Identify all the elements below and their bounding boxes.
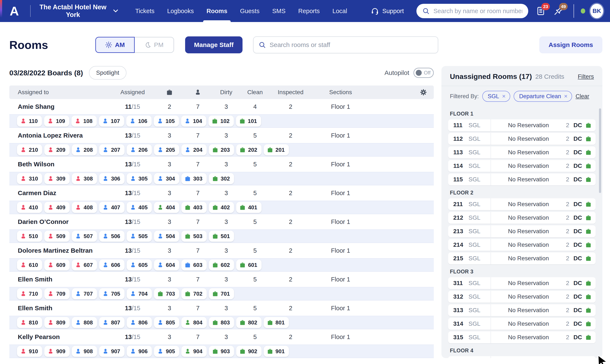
pm-segment[interactable]: PM (135, 37, 174, 53)
room-chip[interactable]: 901 (264, 346, 289, 357)
unassigned-room-row[interactable]: 312SGLNo Reservation2DC (448, 291, 596, 303)
room-chip[interactable]: 308 (72, 173, 97, 184)
hotel-selector[interactable]: The Actabl Hotel New York (36, 3, 118, 19)
room-chip[interactable]: 403 (181, 202, 206, 213)
nav-item-sms[interactable]: SMS (272, 0, 285, 22)
room-chip[interactable]: 101 (236, 116, 261, 127)
room-chip[interactable]: 202 (236, 144, 261, 155)
manage-staff-button[interactable]: Manage Staff (185, 36, 243, 53)
staff-stats-row[interactable]: Dolores Martinez Beltran 13/15 3 7 3 5 2… (9, 243, 434, 258)
room-chip[interactable]: 803 (209, 317, 234, 328)
unassigned-room-row[interactable]: 111SGLNo Reservation2DC (448, 119, 596, 131)
unassigned-room-row[interactable]: 115SGLNo Reservation2DC (448, 173, 596, 185)
unassigned-room-row[interactable]: 213SGLNo Reservation2DC (448, 225, 596, 237)
room-chip[interactable]: 804 (181, 317, 206, 328)
room-chip[interactable]: 603 (181, 260, 206, 271)
room-chip[interactable]: 604 (154, 260, 179, 271)
unassigned-room-row[interactable]: 211SGLNo Reservation2DC (448, 198, 596, 210)
unassigned-room-row[interactable]: 112SGLNo Reservation2DC (448, 133, 596, 145)
room-chip[interactable]: 106 (126, 116, 151, 127)
room-chip[interactable]: 306 (99, 173, 124, 184)
close-icon[interactable]: × (564, 93, 568, 100)
room-chip[interactable]: 701 (209, 288, 234, 299)
room-chip[interactable]: 606 (99, 260, 124, 271)
room-chip[interactable]: 104 (181, 116, 206, 127)
room-chip[interactable]: 709 (44, 288, 69, 299)
support-button[interactable]: Support (371, 7, 404, 15)
filters-link[interactable]: Filters (578, 73, 594, 80)
autopilot-toggle[interactable]: Off (413, 68, 434, 78)
room-chip[interactable]: 405 (127, 202, 152, 213)
staff-stats-row[interactable]: Ellen Smith 13/15 3 7 3 5 2 Floor 1 (9, 300, 434, 316)
room-chip[interactable]: 504 (154, 231, 179, 242)
nav-item-tickets[interactable]: Tickets (135, 0, 154, 22)
room-chip[interactable]: 210 (17, 144, 42, 155)
room-chip[interactable]: 806 (127, 317, 152, 328)
room-chip[interactable]: 410 (17, 202, 42, 213)
room-chip[interactable]: 809 (44, 317, 69, 328)
room-chip[interactable]: 909 (44, 346, 69, 357)
room-chip[interactable]: 408 (72, 202, 97, 213)
room-chip[interactable]: 906 (127, 346, 152, 357)
room-chip[interactable]: 110 (17, 116, 42, 127)
room-chip[interactable]: 305 (127, 173, 152, 184)
room-chip[interactable]: 404 (154, 202, 179, 213)
logbook-notifications-button[interactable]: 23 (536, 5, 546, 17)
unassigned-room-row[interactable]: 215SGLNo Reservation2DC (448, 252, 596, 264)
unassigned-room-row[interactable]: 411SGLNo Reservation2DC (448, 356, 596, 358)
room-chip[interactable]: 205 (154, 144, 179, 155)
room-chip[interactable]: 601 (236, 260, 261, 271)
room-chip[interactable]: 203 (209, 144, 234, 155)
room-chip[interactable]: 705 (99, 288, 124, 299)
nav-item-rooms[interactable]: Rooms (206, 0, 227, 22)
staff-stats-row[interactable]: Antonia Lopez Rivera 13/15 3 7 3 5 2 Flo… (9, 128, 434, 143)
room-chip[interactable]: 302 (209, 173, 234, 184)
room-chip[interactable]: 903 (209, 346, 234, 357)
room-chip[interactable]: 206 (127, 144, 152, 155)
room-chip[interactable]: 109 (44, 116, 69, 127)
room-chip[interactable]: 401 (236, 202, 261, 213)
filter-chip-sgl[interactable]: SGL × (482, 91, 510, 102)
pinned-items-button[interactable]: 49 (553, 5, 563, 17)
staff-stats-row[interactable]: Darien O’Connor 13/15 3 7 3 5 2 Floor 1 (9, 214, 434, 229)
room-chip[interactable]: 905 (154, 346, 179, 357)
room-chip[interactable]: 407 (99, 202, 124, 213)
nav-item-local[interactable]: Local (333, 0, 347, 22)
staff-stats-row[interactable]: Kelly Pearson 13/15 3 7 3 5 2 Floor 1 (9, 329, 434, 345)
room-chip[interactable]: 506 (99, 231, 124, 242)
room-chip[interactable]: 204 (181, 144, 206, 155)
unassigned-room-row[interactable]: 212SGLNo Reservation2DC (448, 212, 596, 224)
room-chip[interactable]: 409 (44, 202, 69, 213)
room-chip[interactable]: 607 (72, 260, 97, 271)
room-chip[interactable]: 910 (17, 346, 42, 357)
room-chip[interactable]: 807 (99, 317, 124, 328)
room-chip[interactable]: 503 (181, 231, 206, 242)
unassigned-room-row[interactable]: 113SGLNo Reservation2DC (448, 146, 596, 158)
room-chip[interactable]: 609 (44, 260, 69, 271)
unassigned-room-row[interactable]: 311SGLNo Reservation2DC (448, 277, 596, 289)
room-chip[interactable]: 108 (71, 116, 96, 127)
unassigned-room-row[interactable]: 313SGLNo Reservation2DC (448, 304, 596, 316)
room-chip[interactable]: 510 (17, 231, 42, 242)
nav-item-reports[interactable]: Reports (298, 0, 320, 22)
staff-stats-row[interactable]: Ellen Smith 13/15 3 7 3 5 2 Floor 1 (9, 272, 434, 287)
room-chip[interactable]: 808 (72, 317, 97, 328)
staff-stats-row[interactable]: Carmen Diaz 13/15 3 7 3 5 2 Floor 1 (9, 185, 434, 201)
close-icon[interactable]: × (502, 93, 506, 100)
unassigned-room-row[interactable]: 214SGLNo Reservation2DC (448, 239, 596, 251)
room-chip[interactable]: 904 (181, 346, 206, 357)
table-settings-gear-icon[interactable] (410, 89, 434, 96)
assign-rooms-button[interactable]: Assign Rooms (539, 36, 602, 53)
unassigned-room-row[interactable]: 314SGLNo Reservation2DC (448, 318, 596, 330)
room-chip[interactable]: 707 (72, 288, 97, 299)
unassigned-room-row[interactable]: 114SGLNo Reservation2DC (448, 160, 596, 172)
room-chip[interactable]: 309 (44, 173, 69, 184)
room-chip[interactable]: 310 (17, 173, 42, 184)
room-chip[interactable]: 509 (44, 231, 69, 242)
staff-stats-row[interactable]: Beth Wilson 13/15 3 7 3 5 2 Floor 1 (9, 156, 434, 172)
room-chip[interactable]: 908 (72, 346, 97, 357)
room-chip[interactable]: 802 (236, 317, 261, 328)
room-chip[interactable]: 902 (236, 346, 261, 357)
room-chip[interactable]: 703 (154, 288, 179, 299)
rooms-staff-search-input[interactable] (270, 41, 433, 49)
